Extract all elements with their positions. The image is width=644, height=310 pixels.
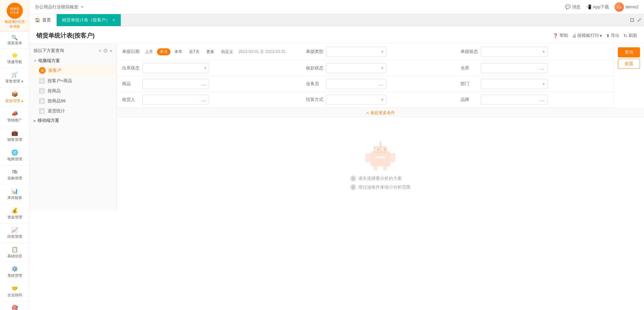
top-area: 按以下方案查询 + ⊙ « ▼ 电脑端方案	[30, 43, 644, 210]
sidebar-item-inventory[interactable]: 📊 库存核算	[0, 185, 29, 204]
empty-hint-1: 1 请先选择要分析的方案	[350, 175, 411, 182]
sidebar-item-marketing[interactable]: 📣 营销推广	[0, 107, 29, 126]
inventory-icon: 📊	[11, 188, 18, 194]
settlement-label: 结算方式	[306, 97, 326, 103]
recipient-label: 收货人	[122, 97, 142, 103]
settlement-select[interactable]: ▾	[326, 95, 386, 105]
salesperson-select[interactable]: …	[326, 79, 386, 89]
purchase-icon: 🛍	[12, 169, 17, 175]
dropdown-arrow[interactable]: ▾	[81, 4, 84, 9]
order-type-select[interactable]: ▾	[326, 47, 386, 57]
scheme-item-goods99[interactable]: ▦ 按商品99	[30, 96, 116, 106]
scheme-group-desktop: ▼ 电脑端方案 按 按客户 ⊞ 按客户+商品 ⊞	[30, 56, 116, 116]
newguide-icon: 🎯	[11, 305, 18, 310]
print-template-btn[interactable]: 🖨 按模板打印 ▾	[572, 33, 602, 39]
logo-subtitle: 畅捷通好生意 标准版	[5, 19, 25, 29]
department-arrow: ▾	[543, 82, 545, 86]
filter-brand: 品牌 …	[461, 95, 608, 105]
brand-label: 品牌	[461, 97, 481, 103]
sidebar-item-newguide[interactable]: 🎯 新手引导	[0, 301, 29, 310]
shortcut-icon: ⭐	[11, 52, 18, 58]
date-tab-7days[interactable]: 近7天	[186, 48, 202, 55]
scheme-edit-icon[interactable]: ⊙	[103, 47, 108, 54]
brand-select[interactable]: …	[481, 95, 548, 105]
scheme-group-mobile: ▶ 移动端方案	[30, 116, 116, 125]
topbar: 办公用品行业模拟账套 ▾ 💬 消息 📲 App下载 Ea demo2	[30, 0, 644, 14]
order-status-arrow: ▾	[543, 49, 545, 54]
scheme-add-icon[interactable]: +	[99, 48, 101, 53]
sidebar-item-wholesale[interactable]: 📦 批发管理 ▲	[0, 88, 29, 107]
order-type-label: 单据类型	[306, 49, 326, 55]
tab-sales-stat[interactable]: 销货单统计表（按客户） ✕	[57, 14, 121, 26]
help-btn[interactable]: ❓ 帮助	[553, 33, 568, 39]
out-status-control: ▾	[142, 63, 299, 73]
svg-point-12	[379, 141, 381, 143]
goods-dots: …	[201, 81, 206, 87]
date-tab-this-month[interactable]: 本月	[157, 48, 170, 55]
scheme-group-desktop-header[interactable]: ▼ 电脑端方案	[30, 56, 116, 65]
order-status-select[interactable]: ▾	[481, 47, 548, 57]
collapse-icon: ∧	[366, 110, 369, 115]
app-download-btn[interactable]: 📲 App下载	[586, 4, 609, 10]
tab-minimize-btn[interactable]: ⊡	[630, 17, 634, 23]
tab-close-icon[interactable]: ✕	[112, 18, 115, 22]
date-label: 单据日期	[122, 49, 142, 55]
svg-rect-6	[375, 156, 385, 158]
settings-button[interactable]: 设置	[618, 59, 640, 69]
query-button[interactable]: 查询	[618, 47, 640, 57]
search-menu[interactable]: 🔍 搜索菜单	[0, 32, 29, 49]
collapse-bar[interactable]: ∧ 收起更多条件	[117, 108, 644, 118]
tree-expand-icon: ▼	[34, 59, 37, 63]
filter-out-status: 出库状态 ▾	[122, 63, 299, 73]
goods-select[interactable]: …	[142, 79, 209, 89]
basic-info-icon: 📋	[11, 246, 18, 253]
date-tab-last-month[interactable]: 上月	[142, 48, 156, 55]
scheme-group-mobile-header[interactable]: ▶ 移动端方案	[30, 116, 116, 125]
main-area: 办公用品行业模拟账套 ▾ 💬 消息 📲 App下载 Ea demo2 🏠 首页 …	[30, 0, 644, 310]
scheme-goods99-icon: ▦	[39, 98, 45, 104]
empty-text-list: 1 请先选择要分析的方案 2 用过滤条件来缩小分析范围	[350, 175, 411, 190]
sidebar-item-enterprise[interactable]: 🤝 企业协同	[0, 282, 29, 301]
export-btn[interactable]: ⬆ 导出	[606, 33, 620, 39]
operations-icon: 📈	[11, 227, 18, 233]
recipient-select[interactable]: …	[142, 95, 209, 105]
svg-point-4	[377, 149, 379, 151]
goods-label: 商品	[122, 81, 142, 87]
print-icon: 🖨	[572, 33, 577, 38]
sidebar-item-system[interactable]: ⚙️ 系统管理	[0, 262, 29, 282]
sidebar-item-shortcut[interactable]: ⭐ 快捷导航	[0, 49, 29, 68]
tab-maximize-btn[interactable]: ⤢	[637, 17, 641, 23]
message-btn[interactable]: 💬 消息	[565, 4, 581, 10]
date-tab-this-year[interactable]: 本年	[172, 48, 185, 55]
refresh-btn[interactable]: ↻ 刷新	[624, 33, 637, 39]
ecommerce-icon: 🌐	[11, 149, 18, 156]
svg-point-5	[383, 149, 385, 151]
download-icon: 📲	[586, 4, 591, 9]
scheme-item-return[interactable]: ▦ 退货统计	[30, 106, 116, 116]
department-select[interactable]: ▾	[481, 79, 548, 89]
scheme-collapse-icon[interactable]: «	[110, 48, 112, 53]
user-avatar-btn[interactable]: Ea demo2	[614, 2, 639, 12]
tab-home[interactable]: 🏠 首页	[30, 14, 57, 26]
enterprise-icon: 🤝	[11, 285, 18, 292]
salesperson-label: 业务员	[306, 81, 326, 87]
warehouse-select[interactable]: …	[481, 63, 548, 73]
date-tab-custom[interactable]: 自定义	[218, 48, 236, 55]
sidebar-item-basic-info[interactable]: 📋 基础信息	[0, 243, 29, 262]
sidebar-item-finance[interactable]: 💰 资金管理	[0, 204, 29, 223]
sidebar-item-sales[interactable]: 💼 销售管理	[0, 126, 29, 146]
receipt-status-control: ▾	[326, 63, 453, 73]
receipt-status-select[interactable]: ▾	[326, 63, 386, 73]
out-status-arrow: ▾	[204, 66, 206, 70]
sidebar-item-purchase[interactable]: 🛍 采购管理	[0, 165, 29, 185]
sidebar: 畅捷通好生意 畅捷通好生意 标准版 🔍 搜索菜单 ⭐ 快捷导航 🛒 零售管理 ▼…	[0, 0, 30, 310]
scheme-item-goods[interactable]: ⊞ 按商品	[30, 86, 116, 96]
sidebar-item-retail[interactable]: 🛒 零售管理 ▼	[0, 68, 29, 88]
date-range: 2023-03-01 至 2023-03-31	[238, 49, 286, 55]
scheme-item-customer-goods[interactable]: ⊞ 按客户+商品	[30, 76, 116, 86]
sidebar-item-ecommerce[interactable]: 🌐 电商管理	[0, 146, 29, 165]
out-status-select[interactable]: ▾	[142, 63, 209, 73]
date-tab-more[interactable]: 更多	[204, 48, 217, 55]
sidebar-item-operations[interactable]: 📈 经营管理	[0, 223, 29, 243]
scheme-item-customer[interactable]: 按 按客户	[30, 65, 116, 76]
